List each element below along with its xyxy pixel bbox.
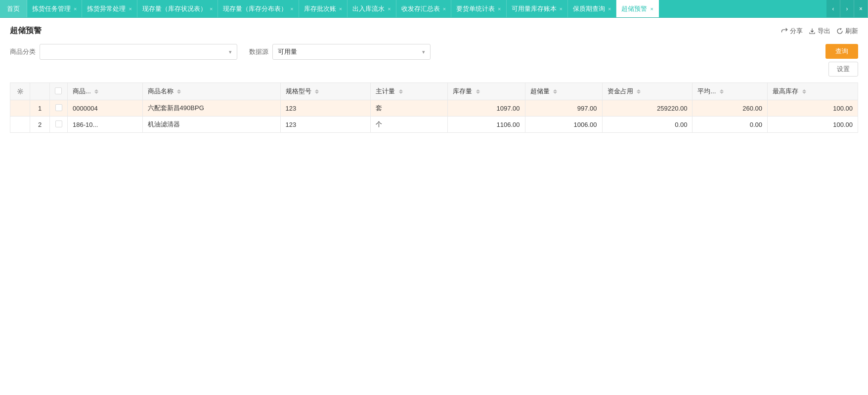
nav-tab-1-close[interactable]: × [74, 6, 77, 12]
nav-arrow-right[interactable]: › [840, 0, 854, 18]
nav-tab-3-close[interactable]: × [210, 6, 213, 12]
datasource-select[interactable]: 可用量 ▾ [272, 44, 431, 60]
row-avg: 0.00 [693, 117, 768, 133]
export-label: 导出 [818, 27, 830, 36]
refresh-button[interactable]: 刷新 [836, 27, 858, 36]
th-spec[interactable]: 规格型号 [280, 83, 371, 100]
row-max-stock: 100.00 [768, 117, 858, 133]
filter-section: 商品分类 ▾ 数据源 可用量 ▾ 查询 设置 [10, 44, 858, 77]
th-product-name[interactable]: 商品名称 [142, 83, 280, 100]
row-stock: 1106.00 [448, 117, 525, 133]
header-actions: 分享 导出 刷新 [781, 27, 858, 36]
datasource-label: 数据源 [249, 47, 268, 56]
sort-icon-max-stock [802, 89, 806, 94]
row-checkbox-cell[interactable] [50, 117, 68, 133]
nav-tab-4[interactable]: 现存量（库存分布表） × [218, 0, 299, 18]
row-capital: 259220.00 [602, 100, 693, 117]
th-unit[interactable]: 主计量 [371, 83, 448, 100]
page-title: 超储预警 [10, 26, 42, 36]
row-max-stock: 100.00 [768, 100, 858, 117]
nav-tab-6[interactable]: 出入库流水 × [347, 0, 396, 18]
th-max-stock[interactable]: 最高库存 [768, 83, 858, 100]
nav-tab-2[interactable]: 拣货异常处理 × [82, 0, 137, 18]
nav-tab-6-close[interactable]: × [388, 6, 391, 12]
nav-arrow-left[interactable]: ‹ [826, 0, 840, 18]
nav-tab-5[interactable]: 库存批次账 × [299, 0, 347, 18]
row-action-cell [10, 117, 30, 133]
th-stock[interactable]: 库存量 [448, 83, 525, 100]
sort-icon-avg [720, 89, 724, 94]
nav-tab-2-close[interactable]: × [129, 6, 131, 12]
header-checkbox[interactable] [55, 87, 62, 94]
table-row: 1 0000004 六配套新昌490BPG 123 套 1097.00 997.… [10, 100, 858, 117]
nav-tab-3[interactable]: 现存量（库存状况表） × [137, 0, 218, 18]
row-index: 1 [30, 100, 50, 117]
sort-icon-stock [476, 89, 480, 94]
refresh-label: 刷新 [845, 27, 858, 36]
row-index: 2 [30, 117, 50, 133]
nav-tab-10-close[interactable]: × [608, 6, 611, 12]
nav-tab-7-close[interactable]: × [443, 6, 446, 12]
top-navigation: 首页 拣货任务管理 × 拣货异常处理 × 现存量（库存状况表） × 现存量（库存… [0, 0, 868, 18]
nav-tab-4-close[interactable]: × [290, 6, 293, 12]
nav-tab-4-label: 现存量（库存分布表） [223, 4, 287, 13]
nav-tab-5-close[interactable]: × [339, 6, 342, 12]
row-product-name: 六配套新昌490BPG [142, 100, 280, 117]
row-unit: 个 [371, 117, 448, 133]
nav-tab-5-label: 库存批次账 [304, 4, 336, 13]
th-capital[interactable]: 资金占用 [602, 83, 693, 100]
nav-tab-1[interactable]: 拣货任务管理 × [27, 0, 82, 18]
nav-tab-7[interactable]: 收发存汇总表 × [396, 0, 451, 18]
row-product-code: 0000004 [68, 100, 143, 117]
th-checkbox[interactable] [50, 83, 68, 100]
nav-tab-6-label: 出入库流水 [352, 4, 385, 13]
nav-arrow-more[interactable]: × [854, 0, 868, 18]
row-checkbox[interactable] [55, 104, 62, 111]
share-icon [781, 28, 788, 35]
nav-tab-9-label: 可用量库存账本 [512, 4, 557, 13]
category-select[interactable]: ▾ [40, 44, 237, 60]
nav-tab-2-label: 拣货异常处理 [87, 4, 126, 13]
refresh-icon [836, 28, 843, 35]
chevron-down-icon: ▾ [229, 49, 232, 55]
share-label: 分享 [790, 27, 803, 36]
row-product-code: 186-10... [68, 117, 143, 133]
export-icon [809, 28, 816, 35]
nav-tab-9-close[interactable]: × [560, 6, 563, 12]
th-over-stock[interactable]: 超储量 [525, 83, 602, 100]
nav-tab-9[interactable]: 可用量库存账本 × [507, 0, 568, 18]
sort-icon-over-stock [553, 89, 557, 94]
settings-button[interactable]: 设置 [828, 62, 858, 77]
nav-tab-8[interactable]: 要货单统计表 × [451, 0, 506, 18]
nav-tab-11-label: 超储预警 [621, 4, 647, 13]
nav-tab-home[interactable]: 首页 [0, 0, 27, 18]
th-avg[interactable]: 平均... [693, 83, 768, 100]
nav-tab-10[interactable]: 保质期查询 × [568, 0, 616, 18]
nav-tab-11[interactable]: 超储预警 × [616, 0, 658, 18]
category-filter: 商品分类 ▾ [10, 44, 237, 60]
sort-icon-unit [399, 89, 403, 94]
row-spec: 123 [280, 117, 371, 133]
category-label: 商品分类 [10, 47, 36, 56]
th-product-code[interactable]: 商品... [68, 83, 143, 100]
row-spec: 123 [280, 100, 371, 117]
row-checkbox[interactable] [55, 120, 62, 127]
sort-icon-product-name [177, 89, 181, 94]
nav-tab-8-close[interactable]: × [498, 6, 501, 12]
th-settings[interactable] [10, 83, 30, 100]
nav-tab-1-label: 拣货任务管理 [32, 4, 71, 13]
share-button[interactable]: 分享 [781, 27, 803, 36]
nav-tab-11-close[interactable]: × [650, 6, 653, 12]
th-product-name-label: 商品名称 [148, 87, 174, 95]
table-header-row: 商品... 商品名称 规格型号 [10, 83, 858, 100]
nav-arrows: ‹ › × [826, 0, 868, 18]
sort-icon-product-code [94, 89, 98, 94]
sort-icon-capital [637, 89, 641, 94]
export-button[interactable]: 导出 [809, 27, 830, 36]
th-index [30, 83, 50, 100]
th-stock-label: 库存量 [453, 87, 472, 95]
query-button[interactable]: 查询 [825, 44, 858, 59]
row-checkbox-cell[interactable] [50, 100, 68, 117]
th-over-stock-label: 超储量 [530, 87, 550, 95]
th-spec-label: 规格型号 [286, 87, 311, 95]
